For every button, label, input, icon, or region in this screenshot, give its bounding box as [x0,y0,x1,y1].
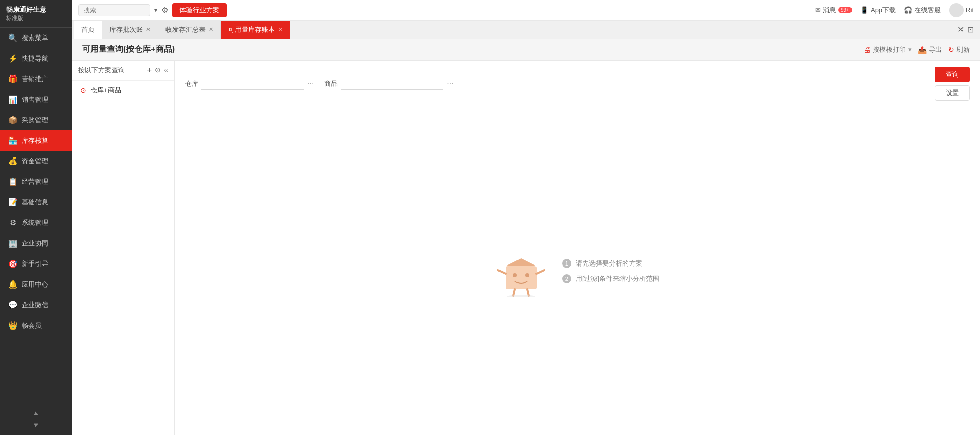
tab-maximize-btn[interactable]: ⊡ [967,25,974,34]
sidebar-item-app-center[interactable]: 🔔应用中心 [0,274,72,295]
query-btn[interactable]: 查询 [935,67,970,82]
goods-field: 商品 ··· [324,78,453,90]
sidebar-icon-basics: 📝 [8,198,17,207]
sidebar-item-purchase[interactable]: 📦采购管理 [0,110,72,130]
avatar [949,3,964,17]
empty-illustration [495,245,547,297]
sidebar-item-newbie[interactable]: 🎯新手引导 [0,254,72,274]
page-header-actions: 🖨 按模板打印 ▾ 📤 导出 ↻ 刷新 [863,45,970,54]
print-action[interactable]: 🖨 按模板打印 ▾ [863,45,912,54]
settings-btn[interactable]: 设置 [935,85,970,101]
query-bar: 仓库 ··· 商品 ··· 查询 设置 [175,61,980,107]
sidebar-scroll-up[interactable]: ▲ [0,407,72,419]
topbar-dropdown-btn[interactable]: ▾ [154,7,157,14]
step-2-text: 用[过滤]条件来缩小分析范围 [576,274,659,283]
topbar-app-download[interactable]: 📱 App下载 [860,6,896,15]
sidebar-nav: 🔍搜索菜单⚡快捷导航🎁营销推广📊销售管理📦采购管理🏪库存核算💰资金管理📋经营管理… [0,28,72,403]
tabbar: 首页库存批次账✕收发存汇总表✕可用量库存账本✕ ✕ ⊡ [72,21,980,39]
svg-line-6 [513,289,515,296]
sidebar-label-inventory: 库存核算 [22,136,48,145]
sidebar-bottom: ▲ ▼ [0,403,72,435]
sidebar-item-marketing[interactable]: 🎁营销推广 [0,69,72,89]
tab-label-receipt-summary: 收发存汇总表 [165,25,206,34]
topbar-search-input[interactable] [78,4,150,16]
svg-rect-0 [506,266,537,289]
sidebar-icon-marketing: 🎁 [8,74,17,84]
sidebar-label-operations: 经营管理 [22,177,48,186]
warehouse-input[interactable] [201,78,304,90]
sidebar-item-sales[interactable]: 📊销售管理 [0,89,72,110]
empty-step-1: 1 请先选择要分析的方案 [562,259,659,268]
step-1-text: 请先选择要分析的方案 [576,259,642,268]
content-area: 按以下方案查询 + ⊙ « ⊙ 仓库+商品 仓库 ··· [72,61,980,435]
sidebar-label-app-center: 应用中心 [22,280,48,289]
sidebar-item-finance[interactable]: 💰资金管理 [0,151,72,172]
sidebar-item-member[interactable]: 👑畅会员 [0,315,72,336]
sidebar-label-quick-nav: 快捷导航 [22,54,48,63]
topbar: ▾ ⚙ 体验行业方案 ✉ 消息 99+ 📱 App下载 🎧 在线客服 Rit [72,0,980,21]
empty-text: 1 请先选择要分析的方案 2 用[过滤]条件来缩小分析范围 [562,259,659,283]
sidebar-icon-sales: 📊 [8,95,17,104]
sidebar-item-basics[interactable]: 📝基础信息 [0,192,72,213]
filter-add-icon[interactable]: + [147,66,152,75]
sidebar-label-sales: 销售管理 [22,95,48,104]
sidebar-label-marketing: 营销推广 [22,74,48,84]
tab-home[interactable]: 首页 [74,21,102,39]
tab-receipt-summary[interactable]: 收发存汇总表✕ [158,21,221,39]
tab-batch-ledger[interactable]: 库存批次账✕ [102,21,158,39]
sidebar-scroll-down[interactable]: ▼ [0,419,72,431]
sidebar-label-wechat: 企业微信 [22,300,48,310]
tab-close-available-ledger[interactable]: ✕ [278,26,283,33]
sidebar-item-inventory[interactable]: 🏪库存核算 [0,130,72,151]
sidebar-item-search[interactable]: 🔍搜索菜单 [0,28,72,48]
sidebar-item-wechat[interactable]: 💬企业微信 [0,295,72,315]
goods-input[interactable] [341,78,443,90]
warehouse-more-icon[interactable]: ··· [307,79,314,88]
sidebar: 畅康通好生意 标准版 🔍搜索菜单⚡快捷导航🎁营销推广📊销售管理📦采购管理🏪库存核… [0,0,72,435]
svg-point-8 [507,295,535,297]
refresh-icon: ↻ [948,46,954,54]
export-action[interactable]: 📤 导出 [918,45,942,54]
sidebar-icon-inventory: 🏪 [8,136,17,145]
sidebar-item-operations[interactable]: 📋经营管理 [0,172,72,192]
filter-item-warehouse-goods[interactable]: ⊙ 仓库+商品 [72,81,174,100]
filter-settings-icon[interactable]: ⊙ [155,66,161,75]
print-dropdown-icon[interactable]: ▾ [908,46,912,53]
filter-collapse-btn[interactable]: « [164,66,168,75]
sidebar-label-enterprise: 企业协同 [22,239,48,248]
sidebar-item-system[interactable]: ⚙系统管理 [0,213,72,233]
topbar-user[interactable]: Rit [949,3,974,17]
tab-close-window-btn[interactable]: ✕ [957,25,964,34]
page-title: 可用量查询(按仓库+商品) [82,44,175,55]
svg-line-5 [537,270,544,274]
goods-more-icon[interactable]: ··· [447,79,453,88]
sidebar-icon-newbie: 🎯 [8,259,17,269]
sidebar-icon-purchase: 📦 [8,116,17,125]
sidebar-icon-enterprise: 🏢 [8,239,17,248]
app-name: 畅康通好生意 [6,5,66,14]
topbar-gear-icon[interactable]: ⚙ [161,6,168,15]
online-service-label: 在线客服 [914,6,941,15]
headset-icon: 🎧 [904,6,912,14]
sidebar-icon-app-center: 🔔 [8,280,17,289]
tab-close-batch-ledger[interactable]: ✕ [146,26,151,33]
app-logo: 畅康通好生意 标准版 [0,0,72,28]
tab-label-home: 首页 [81,25,95,34]
sidebar-item-enterprise[interactable]: 🏢企业协同 [0,233,72,254]
page-header: 可用量查询(按仓库+商品) 🖨 按模板打印 ▾ 📤 导出 ↻ 刷新 [72,39,980,61]
topbar-message[interactable]: ✉ 消息 99+ [815,6,852,15]
tab-available-ledger[interactable]: 可用量库存账本✕ [221,21,290,39]
topbar-trial-btn[interactable]: 体验行业方案 [172,3,227,17]
query-actions: 查询 设置 [935,67,970,101]
sidebar-label-search: 搜索菜单 [22,33,48,43]
sidebar-icon-search: 🔍 [8,33,17,43]
message-badge: 99+ [838,7,852,13]
topbar-online-service[interactable]: 🎧 在线客服 [904,6,941,15]
refresh-action[interactable]: ↻ 刷新 [948,45,970,54]
goods-label: 商品 [324,79,338,88]
app-version: 标准版 [6,14,66,22]
tab-close-receipt-summary[interactable]: ✕ [209,26,213,33]
sidebar-item-quick-nav[interactable]: ⚡快捷导航 [0,48,72,69]
warehouse-label: 仓库 [185,79,198,88]
app-download-icon: 📱 [860,6,868,14]
